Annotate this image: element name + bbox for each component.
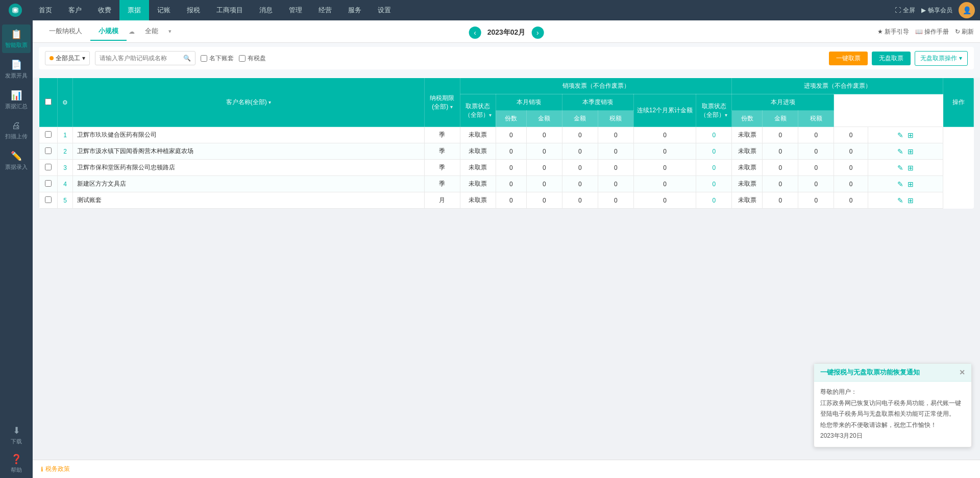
dropdown-arrow-icon: ▾ bbox=[959, 55, 962, 62]
fullscreen-label: 全屏 bbox=[903, 6, 915, 15]
period-filter-icon[interactable]: ▾ bbox=[450, 104, 453, 110]
row-checkbox-1[interactable] bbox=[45, 147, 52, 154]
manual-link[interactable]: 📖 操作手册 bbox=[915, 28, 949, 36]
summary-icon: 📊 bbox=[11, 90, 22, 101]
table-row: 4 新建区方方文具店 季 未取票 0 0 0 0 0 0 未取票 0 0 0 ✎… bbox=[39, 176, 974, 192]
notification-greeting: 尊敬的用户： bbox=[820, 387, 965, 398]
row-actions-4: ✎ ⊞ bbox=[868, 192, 943, 209]
tab-small-scale[interactable]: 小规模 bbox=[90, 22, 127, 41]
edit-icon-1[interactable]: ✎ bbox=[897, 147, 903, 156]
nav-fees[interactable]: 收费 bbox=[90, 0, 119, 20]
new-guide-link[interactable]: ★ 新手引导 bbox=[877, 28, 909, 36]
tab-all[interactable]: 全能 bbox=[137, 22, 166, 41]
account-filter-label[interactable]: 名下账套 bbox=[201, 54, 234, 63]
nav-settings[interactable]: 设置 bbox=[370, 0, 399, 20]
sidebar: 📋 智能取票 📄 发票开具 📊 票据汇总 🖨 扫描上传 ✏️ 票据录入 ⬇ 下载… bbox=[0, 20, 33, 478]
sidebar-item-smart-invoice[interactable]: 📋 智能取票 bbox=[2, 24, 31, 53]
notification-box: 一键报税与无盘取票功能恢复通知 ✕ 尊敬的用户： 江苏政务网已恢复访问电子税务局… bbox=[814, 363, 972, 447]
search-input[interactable] bbox=[100, 55, 181, 62]
purchase-status-filter-icon[interactable]: ▾ bbox=[725, 112, 727, 118]
notification-close-button[interactable]: ✕ bbox=[959, 368, 965, 376]
row-checkbox-3[interactable] bbox=[45, 180, 52, 187]
refresh-icon: ↻ bbox=[955, 28, 960, 35]
row-period-3: 季 bbox=[424, 176, 460, 192]
sidebar-item-entry[interactable]: ✏️ 票据录入 bbox=[2, 146, 31, 175]
row-index-0: 1 bbox=[58, 127, 73, 143]
refresh-label: 刷新 bbox=[962, 28, 974, 36]
col-actions-header: 操作 bbox=[943, 78, 974, 127]
row-sales-status-3: 未取票 bbox=[460, 176, 496, 192]
period-prev-button[interactable]: ‹ bbox=[469, 27, 481, 39]
row-sales-12month-link-0[interactable]: 0 bbox=[712, 132, 716, 139]
view-icon-2[interactable]: ⊞ bbox=[908, 164, 914, 172]
account-filter-checkbox[interactable] bbox=[201, 55, 207, 62]
row-client-4: 测试账套 bbox=[73, 192, 425, 209]
employee-selector-text: 全部员工 bbox=[56, 54, 80, 63]
employee-selector[interactable]: 全部员工 ▾ bbox=[45, 51, 90, 65]
sidebar-item-summary[interactable]: 📊 票据汇总 bbox=[2, 86, 31, 114]
row-index-1: 2 bbox=[58, 143, 73, 160]
search-icon[interactable]: 🔍 bbox=[183, 55, 191, 62]
diskless-operations-button[interactable]: 无盘取票操作 ▾ bbox=[915, 51, 968, 66]
edit-icon-2[interactable]: ✎ bbox=[897, 164, 903, 172]
nav-business[interactable]: 工商项目 bbox=[208, 0, 251, 20]
app-logo[interactable] bbox=[5, 0, 26, 20]
edit-icon-0[interactable]: ✎ bbox=[897, 131, 903, 139]
entry-icon: ✏️ bbox=[11, 150, 22, 162]
sidebar-item-issue-invoice[interactable]: 📄 发票开具 bbox=[2, 55, 31, 84]
row-sales-month-amount-2: 0 bbox=[526, 160, 562, 176]
sales-status-filter-icon[interactable]: ▾ bbox=[489, 112, 492, 118]
diskless-fetch-button[interactable]: 无盘取票 bbox=[872, 52, 911, 65]
view-icon-3[interactable]: ⊞ bbox=[908, 180, 914, 188]
sidebar-item-help[interactable]: ❓ 帮助 bbox=[2, 449, 31, 478]
row-checkbox-4[interactable] bbox=[45, 196, 52, 203]
sidebar-item-scan[interactable]: 🖨 扫描上传 bbox=[2, 116, 31, 144]
client-filter-icon[interactable]: ▾ bbox=[268, 99, 271, 105]
fullscreen-button[interactable]: ⛶ 全屏 bbox=[895, 6, 915, 15]
nav-accounting[interactable]: 记账 bbox=[149, 0, 179, 20]
select-all-checkbox[interactable] bbox=[45, 98, 52, 105]
refresh-link[interactable]: ↻ 刷新 bbox=[955, 28, 974, 36]
row-checkbox-0[interactable] bbox=[45, 131, 52, 138]
row-sales-12month-link-3[interactable]: 0 bbox=[712, 181, 716, 188]
sidebar-label-summary: 票据汇总 bbox=[5, 103, 28, 110]
tax-policy-link[interactable]: 税务政策 bbox=[45, 465, 70, 473]
edit-icon-4[interactable]: ✎ bbox=[897, 196, 903, 205]
nav-service[interactable]: 服务 bbox=[340, 0, 370, 20]
table-row: 3 卫辉市保和堂医药有限公司忠顿路店 季 未取票 0 0 0 0 0 0 未取票… bbox=[39, 160, 974, 176]
row-sales-quarter-tax-4: 0 bbox=[633, 192, 696, 209]
edit-icon-3[interactable]: ✎ bbox=[897, 180, 903, 188]
row-sales-12month-link-2[interactable]: 0 bbox=[712, 164, 716, 171]
nav-manage[interactable]: 管理 bbox=[281, 0, 310, 20]
nav-clients[interactable]: 客户 bbox=[60, 0, 90, 20]
nav-operation[interactable]: 经营 bbox=[310, 0, 340, 20]
one-key-fetch-button[interactable]: 一键取票 bbox=[829, 52, 868, 65]
row-sales-month-shares-1: 0 bbox=[496, 143, 526, 160]
tab-general-taxpayer[interactable]: 一般纳税人 bbox=[41, 22, 90, 41]
tab-all-arrow[interactable]: ▾ bbox=[168, 28, 172, 35]
nav-invoices[interactable]: 票据 bbox=[119, 0, 149, 20]
view-icon-4[interactable]: ⊞ bbox=[908, 196, 914, 205]
row-sales-12month-link-4[interactable]: 0 bbox=[712, 197, 716, 204]
row-sales-status-1: 未取票 bbox=[460, 143, 496, 160]
nav-home[interactable]: 首页 bbox=[31, 0, 60, 20]
nav-messages[interactable]: 消息 bbox=[251, 0, 281, 20]
user-avatar[interactable]: 👤 bbox=[959, 2, 975, 18]
row-sales-quarter-amount-2: 0 bbox=[598, 160, 633, 176]
col-sales-month: 本月销项 bbox=[496, 94, 562, 111]
view-icon-0[interactable]: ⊞ bbox=[908, 131, 914, 139]
col-sales-month-amount: 金额 bbox=[526, 111, 562, 127]
row-actions-3: ✎ ⊞ bbox=[868, 176, 943, 192]
tax-disk-filter-label[interactable]: 有税盘 bbox=[239, 54, 266, 63]
row-checkbox-2[interactable] bbox=[45, 164, 52, 170]
member-button[interactable]: ▶ 畅享会员 bbox=[921, 6, 952, 15]
col-purchase-month-amount: 金额 bbox=[763, 111, 798, 127]
period-next-button[interactable]: › bbox=[531, 27, 544, 39]
nav-tax[interactable]: 报税 bbox=[179, 0, 208, 20]
settings-icon[interactable]: ⚙ bbox=[62, 99, 68, 106]
view-icon-1[interactable]: ⊞ bbox=[908, 147, 914, 156]
row-sales-12month-link-1[interactable]: 0 bbox=[712, 148, 716, 155]
sidebar-item-download[interactable]: ⬇ 下载 bbox=[2, 421, 31, 449]
tax-disk-filter-checkbox[interactable] bbox=[239, 55, 246, 62]
scan-icon: 🖨 bbox=[12, 120, 21, 131]
